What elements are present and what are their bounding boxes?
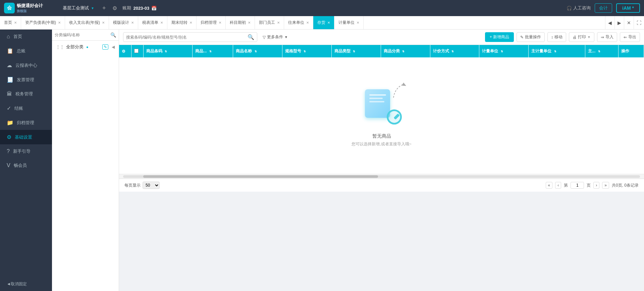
tab-close-dept[interactable]: ✕ (277, 21, 280, 25)
tab-close-unit[interactable]: ✕ (357, 21, 359, 25)
toolbar: 🔍 ▽ 更多条件 ▼ + 新增商品 ✎ 批量操作 ↕ 移动 (119, 30, 644, 45)
toolbar-right: + 新增商品 ✎ 批量操作 ↕ 移动 🖨 打印 ▼ (485, 32, 640, 42)
print-button[interactable]: 🖨 打印 ▼ (569, 32, 594, 42)
batch-operation-button[interactable]: ✎ 批量操作 (517, 32, 545, 42)
sidebar-item-guide[interactable]: ? 新手引导 (0, 144, 52, 158)
category-collapse-icon[interactable]: ◀ (112, 45, 115, 49)
tab-income[interactable]: 收入支出表(年报) ✕ (65, 16, 109, 29)
category-search-icon[interactable]: 🔍 (110, 32, 116, 38)
company-selector[interactable]: 基层工会测试 ▼ (60, 4, 97, 12)
sort-main-unit-icon: ⇅ (554, 50, 556, 53)
col-pricing[interactable]: 计价方式 ⇅ (430, 45, 479, 57)
col-type[interactable]: 商品类型 ⇅ (331, 45, 381, 57)
tab-contacts[interactable]: 往来单位 ✕ (284, 16, 313, 29)
tab-close-inventory[interactable]: ✕ (327, 21, 330, 25)
tab-inventory[interactable]: 存货 ✕ (313, 16, 334, 29)
all-categories-item[interactable]: ⋮⋮ 全部分类 ● ✎ ◀ (52, 41, 119, 53)
sidebar-item-home[interactable]: ⌂ 首页 (0, 30, 52, 44)
sort-spec-icon: ⇅ (304, 50, 306, 53)
tab-scroll-left[interactable]: ◀ (605, 16, 614, 30)
tab-close-subject[interactable]: ✕ (248, 21, 251, 25)
table-settings-col[interactable]: ⚙ (119, 45, 131, 57)
col-code[interactable]: 商品... ⇅ (193, 45, 233, 57)
horizontal-scrollbar[interactable] (119, 174, 644, 179)
product-table: ⚙ 商品条码 ⇅ 商品... (119, 45, 644, 57)
col-barcode[interactable]: 商品条码 ⇅ (143, 45, 193, 57)
last-page-button[interactable]: » (602, 182, 609, 189)
add-product-button[interactable]: + 新增商品 (485, 32, 514, 42)
tab-unit[interactable]: 计量单位 ✕ (334, 16, 364, 29)
sidebar-item-tax[interactable]: 🏛 税务管理 (0, 87, 52, 101)
tab-close-template[interactable]: ✕ (131, 21, 134, 25)
tab-close-tax[interactable]: ✕ (160, 21, 163, 25)
prev-page-button[interactable]: ‹ (555, 182, 561, 189)
col-category[interactable]: 商品分类 ⇅ (381, 45, 430, 57)
product-search-input[interactable] (126, 35, 246, 40)
col-main-abbr[interactable]: 主... ⇅ (585, 45, 619, 57)
select-all-checkbox[interactable] (134, 49, 139, 53)
company-name: 基层工会测试 (63, 5, 89, 11)
import-button[interactable]: ⇒ 导入 (597, 32, 617, 42)
tab-navigation: ◀ ▶ ✕ ⛶ (605, 16, 644, 30)
customer-service-button[interactable]: 🎧 人工咨询 (567, 5, 591, 11)
tab-period[interactable]: 期末结转 ✕ (167, 16, 197, 29)
tab-close-contacts[interactable]: ✕ (306, 21, 309, 25)
tab-archive[interactable]: 归档管理 ✕ (197, 16, 226, 29)
tab-fullscreen[interactable]: ⛶ (634, 16, 644, 30)
sort-main-abbr-icon: ⇅ (598, 50, 600, 53)
more-conditions-arrow: ▼ (284, 35, 288, 39)
tab-close-period[interactable]: ✕ (190, 21, 192, 25)
unpin-button[interactable]: ◄取消固定 (0, 277, 52, 291)
tab-template[interactable]: 模版设计 ✕ (109, 16, 138, 29)
sidebar-item-invoice[interactable]: 🧾 发票管理 (0, 72, 52, 87)
tab-close-balance[interactable]: ✕ (58, 21, 61, 25)
page-size-select[interactable]: 50 100 200 (143, 182, 160, 189)
tab-subject[interactable]: 科目期初 ✕ (226, 16, 255, 29)
sidebar-item-ledger[interactable]: 📋 总账 (0, 44, 52, 58)
table-check-col[interactable] (131, 45, 143, 57)
tab-home[interactable]: 首页 ✕ (0, 16, 21, 29)
cloud-icon: ☁ (7, 62, 12, 68)
sidebar-item-archive[interactable]: 📁 归档管理 (0, 115, 52, 130)
move-button[interactable]: ↕ 移动 (547, 32, 566, 42)
scroll-track (123, 175, 640, 178)
tab-tax[interactable]: 税表清单 ✕ (138, 16, 167, 29)
tab-scroll-right[interactable]: ▶ (614, 16, 624, 30)
category-search-input[interactable] (55, 33, 109, 37)
tab-close-archive[interactable]: ✕ (219, 21, 221, 25)
col-name[interactable]: 商品名称 ⇅ (233, 45, 282, 57)
grid-icon: ⋮⋮ (56, 45, 64, 49)
tab-close-all[interactable]: ✕ (624, 16, 634, 30)
sidebar-item-settings[interactable]: ⚙ 基础设置 (0, 130, 52, 144)
add-tab-button[interactable]: + (101, 3, 107, 13)
logo-icon: 会 (4, 3, 15, 13)
product-search-icon[interactable]: 🔍 (248, 34, 254, 40)
account-button[interactable]: 会计 (595, 3, 612, 13)
first-page-button[interactable]: « (546, 182, 553, 189)
table-footer: 每页显示 50 100 200 « ‹ 第 页 › (119, 179, 644, 192)
col-spec[interactable]: 规格型号 ⇅ (282, 45, 332, 57)
col-main-unit[interactable]: 主计量单位 ⇅ (529, 45, 585, 57)
page-number-input[interactable] (571, 182, 584, 189)
sidebar-item-report[interactable]: ☁ 云报表中心 (0, 58, 52, 72)
next-page-button[interactable]: › (593, 182, 599, 189)
table-container[interactable]: ⚙ 商品条码 ⇅ 商品... (119, 45, 644, 174)
sidebar-item-close[interactable]: ✓ 结账 (0, 101, 52, 115)
empty-state: 暂无商品 您可以选择新增,或者直接导入哦~ (119, 57, 644, 174)
table-area: ⚙ 商品条码 ⇅ 商品... (119, 45, 644, 291)
more-conditions-button[interactable]: ▽ 更多条件 ▼ (260, 33, 290, 41)
settings-icon[interactable]: ⚙ (111, 4, 118, 13)
tab-balance[interactable]: 资产负债表(中期) ✕ (21, 16, 65, 29)
tab-close-home[interactable]: ✕ (14, 21, 17, 25)
scroll-thumb[interactable] (143, 175, 378, 178)
invoice-icon: 🧾 (7, 77, 13, 83)
tab-close-income[interactable]: ✕ (102, 21, 105, 25)
col-unit[interactable]: 计量单位 ⇅ (479, 45, 529, 57)
sort-barcode-icon: ⇅ (165, 50, 167, 53)
tab-dept[interactable]: 部门员工 ✕ (255, 16, 284, 29)
sort-pricing-icon: ⇅ (451, 50, 454, 53)
sidebar-item-member[interactable]: V 畅会员 (0, 158, 52, 173)
iam-button[interactable]: iAM * (616, 3, 640, 13)
export-button[interactable]: ⇐ 导出 (620, 32, 640, 42)
category-edit-icon[interactable]: ✎ (102, 44, 108, 50)
